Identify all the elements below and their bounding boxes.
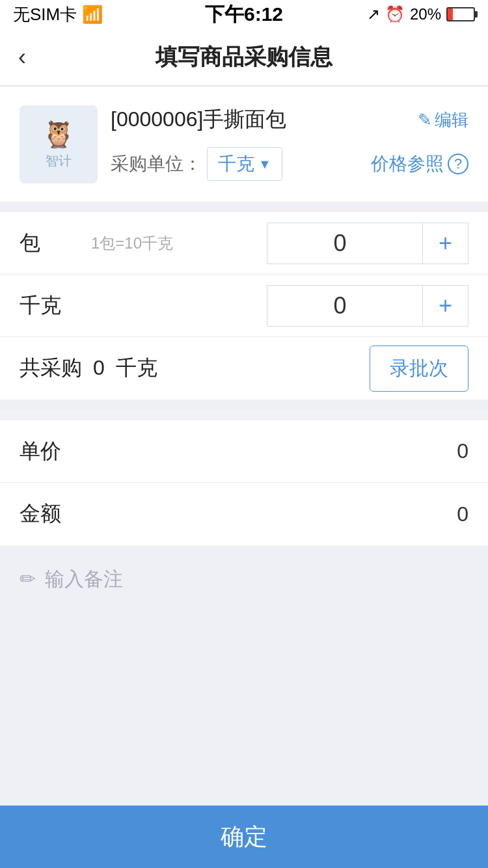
alarm-icon: ⏰ bbox=[385, 5, 405, 23]
kg-input-right: + bbox=[85, 285, 468, 327]
bao-label: 包 bbox=[20, 229, 85, 258]
bao-sublabel: 1包=10千克 bbox=[91, 233, 173, 254]
unit-price-row: 单价 0 bbox=[0, 420, 488, 483]
status-left: 无SIM卡 📶 bbox=[13, 3, 103, 26]
status-bar: 无SIM卡 📶 下午6:12 ↗ ⏰ 20% bbox=[0, 0, 488, 29]
bottom-spacer bbox=[0, 625, 488, 820]
amount-row: 金额 0 bbox=[0, 483, 488, 545]
unit-price-label: 单价 bbox=[20, 437, 457, 466]
wifi-icon: 📶 bbox=[82, 5, 103, 25]
product-name: [0000006]手撕面包 bbox=[111, 105, 286, 134]
owl-icon: 🦉 bbox=[42, 119, 75, 150]
pencil-icon: ✏ bbox=[20, 567, 36, 590]
help-icon: ? bbox=[448, 154, 468, 174]
confirm-label: 确定 bbox=[221, 821, 267, 853]
location-icon: ↗ bbox=[367, 5, 380, 23]
dropdown-arrow-icon: ▼ bbox=[258, 157, 271, 172]
edit-label: 编辑 bbox=[435, 109, 468, 131]
edit-icon: ✎ bbox=[418, 110, 432, 130]
price-section: 单价 0 金额 0 bbox=[0, 420, 488, 545]
total-suffix: 千克 bbox=[116, 356, 157, 379]
unit-value: 千克 bbox=[218, 152, 254, 176]
nav-bar: ‹ 填写商品采购信息 bbox=[0, 29, 488, 86]
unit-select-button[interactable]: 千克 ▼ bbox=[207, 147, 282, 181]
total-row: 共采购 0 千克 录批次 bbox=[0, 337, 488, 400]
battery-pct: 20% bbox=[410, 5, 441, 23]
remark-section[interactable]: ✏ 输入备注 bbox=[0, 547, 488, 625]
kg-plus-button[interactable]: + bbox=[423, 285, 468, 327]
bao-input-row: 包 1包=10千克 + bbox=[0, 212, 488, 275]
battery-indicator bbox=[446, 7, 475, 21]
price-ref-label: 价格参照 bbox=[371, 152, 444, 176]
unit-price-value: 0 bbox=[457, 439, 468, 463]
page-title: 填写商品采购信息 bbox=[156, 42, 332, 72]
amount-label: 金额 bbox=[20, 500, 457, 528]
remark-placeholder: 输入备注 bbox=[45, 566, 123, 593]
bao-plus-button[interactable]: + bbox=[423, 223, 468, 264]
carrier-text: 无SIM卡 bbox=[13, 3, 77, 26]
back-button[interactable]: ‹ bbox=[18, 44, 26, 71]
unit-label: 采购单位： bbox=[111, 152, 202, 176]
product-unit-row: 采购单位： 千克 ▼ 价格参照 ? bbox=[111, 147, 468, 181]
status-time: 下午6:12 bbox=[205, 1, 283, 28]
price-ref-button[interactable]: 价格参照 ? bbox=[371, 152, 468, 176]
status-right: ↗ ⏰ 20% bbox=[367, 5, 475, 23]
section-divider-2 bbox=[0, 400, 488, 410]
total-prefix: 共采购 bbox=[20, 356, 82, 379]
bao-input-right: + bbox=[173, 223, 468, 264]
bao-quantity-input[interactable] bbox=[267, 223, 423, 264]
product-card: 🦉 智计 [0000006]手撕面包 ✎ 编辑 采购单位： 千克 ▼ 价格参照 … bbox=[0, 87, 488, 202]
batch-button[interactable]: 录批次 bbox=[370, 346, 468, 392]
edit-button[interactable]: ✎ 编辑 bbox=[418, 109, 468, 131]
product-header: [0000006]手撕面包 ✎ 编辑 bbox=[111, 105, 468, 134]
confirm-button[interactable]: 确定 bbox=[0, 806, 488, 868]
amount-value: 0 bbox=[457, 502, 468, 526]
unit-selector-group: 采购单位： 千克 ▼ bbox=[111, 147, 282, 181]
product-image: 🦉 智计 bbox=[20, 105, 98, 183]
battery-box bbox=[446, 7, 475, 21]
product-image-label: 智计 bbox=[46, 152, 72, 170]
total-value: 0 bbox=[93, 356, 105, 379]
input-section: 包 1包=10千克 + 千克 + bbox=[0, 212, 488, 337]
product-info: [0000006]手撕面包 ✎ 编辑 采购单位： 千克 ▼ 价格参照 ? bbox=[111, 105, 468, 181]
kg-quantity-input[interactable] bbox=[267, 285, 423, 327]
kg-label: 千克 bbox=[20, 292, 85, 320]
section-divider-1 bbox=[0, 202, 488, 212]
battery-fill bbox=[448, 8, 453, 20]
kg-input-row: 千克 + bbox=[0, 275, 488, 337]
total-label: 共采购 0 千克 bbox=[20, 354, 370, 383]
